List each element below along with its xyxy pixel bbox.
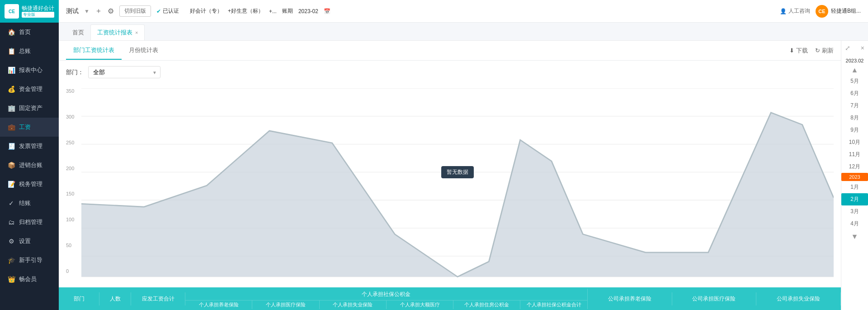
sidebar-item-assets[interactable]: 🏢 固定资产 bbox=[0, 99, 59, 118]
content-panel: 部门工资统计表 月份统计表 ⬇ 下载 ↻ 刷新 bbox=[59, 41, 841, 310]
sidebar-item-invoice[interactable]: 🧾 发票管理 bbox=[0, 137, 59, 156]
help-label: 人工咨询 bbox=[788, 7, 810, 15]
project-name: 测试 bbox=[66, 7, 79, 15]
sidebar-item-funds[interactable]: 💰 资金管理 bbox=[0, 80, 59, 99]
sidebar-item-archive[interactable]: 🗂 归档管理 bbox=[0, 213, 59, 232]
sidebar-item-label: 工资 bbox=[19, 123, 31, 131]
y-label-100: 100 bbox=[66, 217, 74, 222]
sidebar-item-label: 首页 bbox=[19, 28, 31, 36]
settings-icon: ⚙ bbox=[7, 238, 15, 245]
logo-icon: CE bbox=[5, 4, 19, 19]
month-10[interactable]: 10月 bbox=[841, 136, 868, 148]
gear-button[interactable]: ⚙ bbox=[108, 7, 114, 15]
project-dropdown-icon[interactable]: ▼ bbox=[84, 8, 90, 14]
right-panel-expand-icon[interactable]: ⤢ bbox=[845, 44, 850, 52]
sub-tabbar: 部门工资统计表 月份统计表 ⬇ 下载 ↻ 刷新 bbox=[59, 41, 841, 61]
sidebar-item-sales[interactable]: 📦 进销台账 bbox=[0, 156, 59, 175]
tabbar: 首页 工资统计报表 × bbox=[59, 23, 868, 41]
nav-up-icon[interactable]: ▲ bbox=[851, 65, 859, 75]
month-4[interactable]: 4月 bbox=[841, 218, 868, 230]
month-3[interactable]: 3月 bbox=[841, 205, 868, 218]
y-label-150: 150 bbox=[66, 191, 74, 196]
y-label-200: 200 bbox=[66, 166, 74, 171]
username: 轻捷通B组... bbox=[831, 7, 861, 15]
nav-down-icon[interactable]: ▼ bbox=[851, 232, 859, 242]
tab-salary-label: 工资统计报表 bbox=[97, 29, 132, 37]
svg-marker-8 bbox=[81, 113, 834, 277]
help-button[interactable]: 👤 人工咨询 bbox=[780, 7, 810, 15]
chart-y-axis: 350 300 250 200 150 100 50 0 bbox=[66, 88, 74, 274]
month-12[interactable]: 12月 bbox=[841, 161, 868, 173]
month-1[interactable]: 1月 bbox=[841, 181, 868, 193]
y-label-50: 50 bbox=[66, 243, 74, 248]
chart-container: 暂无数据 bbox=[81, 88, 834, 283]
month-5[interactable]: 5月 bbox=[841, 75, 868, 87]
ledger-icon: 📋 bbox=[7, 48, 15, 55]
col-social-total: 个人承担社保公积金合计 bbox=[520, 300, 587, 309]
right-panel-close-icon[interactable]: × bbox=[861, 44, 864, 52]
logo-initials: CE bbox=[9, 9, 15, 14]
sidebar-item-salary[interactable]: 💼 工资 bbox=[0, 118, 59, 137]
month-2[interactable]: 2月 bbox=[841, 193, 868, 205]
sub-tabs: 部门工资统计表 月份统计表 bbox=[66, 42, 165, 60]
sidebar-item-label: 新手引导 bbox=[19, 256, 42, 264]
add-button[interactable]: ＋ bbox=[95, 6, 102, 16]
sub-tab-month-label: 月份统计表 bbox=[129, 47, 158, 53]
topbar-right: 👤 人工咨询 CE 轻捷通B组... bbox=[780, 5, 861, 18]
tab-close-icon[interactable]: × bbox=[135, 30, 138, 35]
month-9[interactable]: 9月 bbox=[841, 124, 868, 136]
sidebar-item-label: 税务管理 bbox=[19, 180, 42, 188]
business-type: +好生意（标） bbox=[228, 7, 264, 15]
sidebar-item-guide[interactable]: 🎓 新手引导 bbox=[0, 251, 59, 270]
sub-tab-actions: ⬇ 下载 ↻ 刷新 bbox=[789, 47, 834, 55]
sidebar-item-label: 固定资产 bbox=[19, 104, 42, 112]
calendar-icon[interactable]: 📅 bbox=[324, 8, 330, 14]
sidebar-nav: 🏠 首页 📋 总账 📊 报表中心 💰 资金管理 🏢 固定资产 💼 工资 🧾 发票… bbox=[0, 23, 59, 310]
col-company-unemployment: 公司承担失业保险 bbox=[756, 292, 841, 305]
tab-home[interactable]: 首页 bbox=[66, 25, 90, 40]
right-panel-date: 2023.02 bbox=[844, 58, 866, 63]
tab-salary-report[interactable]: 工资统计报表 × bbox=[90, 24, 145, 40]
sidebar-item-home[interactable]: 🏠 首页 bbox=[0, 23, 59, 42]
sub-tab-department[interactable]: 部门工资统计表 bbox=[66, 42, 122, 60]
dept-select-wrap: 全部 ▼ bbox=[88, 66, 160, 78]
logo-badge: 专业版 bbox=[22, 12, 54, 18]
period-label: 账期 bbox=[282, 7, 293, 15]
sales-icon: 📦 bbox=[7, 162, 15, 169]
chart-svg bbox=[81, 88, 834, 283]
sidebar-item-settings[interactable]: ⚙ 设置 bbox=[0, 232, 59, 251]
more-label: +... bbox=[269, 8, 277, 14]
col-total-salary: 应发工资合计 bbox=[131, 292, 185, 305]
settle-icon: ✓ bbox=[7, 200, 15, 207]
main-content: 部门工资统计表 月份统计表 ⬇ 下载 ↻ 刷新 bbox=[59, 41, 841, 310]
sub-tab-monthly[interactable]: 月份统计表 bbox=[122, 42, 165, 60]
member-icon: 👑 bbox=[7, 276, 15, 283]
col-pension: 个人承担养老保险 bbox=[185, 300, 252, 309]
prev-months: 5月 6月 7月 8月 9月 10月 11月 12月 2023 1月 2月 3月… bbox=[841, 75, 868, 230]
col-group-label: 个人承担社保公积金 bbox=[185, 289, 587, 300]
month-6[interactable]: 6月 bbox=[841, 87, 868, 100]
download-button[interactable]: ⬇ 下载 bbox=[789, 47, 808, 55]
sidebar-item-member[interactable]: 👑 畅会员 bbox=[0, 270, 59, 289]
funds-icon: 💰 bbox=[7, 86, 15, 93]
y-label-250: 250 bbox=[66, 140, 74, 145]
reports-icon: 📊 bbox=[7, 67, 15, 74]
refresh-label: 刷新 bbox=[822, 47, 834, 55]
month-11[interactable]: 11月 bbox=[841, 148, 868, 161]
download-icon: ⬇ bbox=[789, 47, 794, 54]
month-7[interactable]: 7月 bbox=[841, 100, 868, 112]
tax-icon: 📝 bbox=[7, 181, 15, 188]
dept-select[interactable]: 全部 bbox=[88, 66, 160, 78]
sidebar-item-label: 归档管理 bbox=[19, 218, 42, 226]
sub-tab-dept-label: 部门工资统计表 bbox=[73, 47, 114, 53]
help-icon: 👤 bbox=[780, 8, 787, 14]
sidebar-item-settle[interactable]: ✓ 结账 bbox=[0, 194, 59, 213]
refresh-button[interactable]: ↻ 刷新 bbox=[815, 47, 834, 55]
user-menu[interactable]: CE 轻捷通B组... bbox=[816, 5, 861, 18]
sidebar-item-ledger[interactable]: 📋 总账 bbox=[0, 42, 59, 61]
col-housing-fund: 个人承担住房公积金 bbox=[453, 300, 520, 309]
sidebar-item-reports[interactable]: 📊 报表中心 bbox=[0, 61, 59, 80]
month-8[interactable]: 8月 bbox=[841, 112, 868, 124]
switch-version-button[interactable]: 切到旧版 bbox=[119, 5, 151, 17]
sidebar-item-tax[interactable]: 📝 税务管理 bbox=[0, 175, 59, 194]
